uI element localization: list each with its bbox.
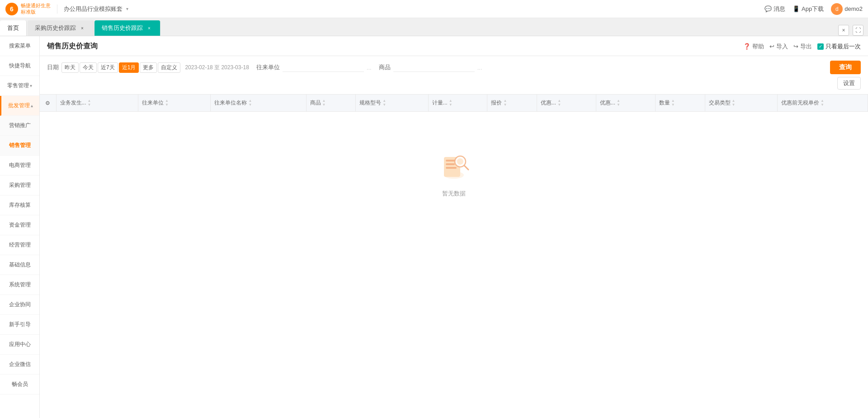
date-filter-label: 日期: [47, 63, 59, 71]
sidebar-item-purchase-mgmt-label: 采购管理: [9, 181, 31, 189]
tabbar: 首页 采购历史价跟踪 × 销售历史价跟踪 × × ⛶: [0, 18, 868, 36]
sidebar-item-operations-mgmt[interactable]: 经营管理: [0, 235, 39, 255]
date-btn-7days[interactable]: 近7天: [98, 62, 118, 73]
download-icon: 📱: [793, 5, 800, 12]
th-quote[interactable]: 报价 ▲ ▼: [487, 95, 537, 112]
sidebar-item-enterprise-coop[interactable]: 企业协同: [0, 295, 39, 315]
sidebar-item-inventory-check-label: 库存核算: [9, 201, 31, 209]
sidebar-item-quick-nav[interactable]: 快捷导航: [0, 56, 39, 76]
sidebar-item-retail-mgmt[interactable]: 零售管理 ▾: [0, 76, 39, 96]
sidebar-sub-marketing-promo[interactable]: 营销推广: [0, 116, 39, 136]
message-icon: 💬: [764, 5, 772, 12]
settings-row: 设置: [47, 77, 861, 90]
sidebar-item-enterprise-wechat-label: 企业微信: [9, 361, 31, 368]
tab-purchase-close[interactable]: ×: [79, 24, 86, 32]
export-action[interactable]: ↪ 导出: [793, 43, 812, 51]
th-quantity[interactable]: 数量 ▲ ▼: [655, 95, 705, 112]
help-label: 帮助: [752, 43, 764, 51]
app-title-dropdown[interactable]: ▾: [126, 6, 128, 11]
tab-close-all-button[interactable]: ×: [838, 25, 849, 36]
date-buttons: 昨天 今天 近7天 近1月 更多 自定义: [61, 62, 180, 73]
sidebar-item-purchase-mgmt[interactable]: 采购管理: [0, 176, 39, 195]
svg-rect-4: [446, 167, 457, 169]
tab-sales-close[interactable]: ×: [146, 24, 153, 32]
date-filter-group: 日期 昨天 今天 近7天 近1月 更多 自定义 2023-02-18 至 202…: [47, 62, 249, 73]
tab-controls: × ⛶: [838, 25, 868, 36]
query-button[interactable]: 查询: [830, 61, 861, 74]
table-head: ⚙ 业务发生... ▲ ▼: [40, 95, 868, 112]
tab-home-label: 首页: [7, 24, 19, 32]
message-action[interactable]: 💬 消息: [764, 5, 785, 13]
sidebar-sub-sales-mgmt-label: 销售管理: [9, 142, 31, 149]
product-filter-dots[interactable]: ...: [477, 64, 482, 71]
sidebar-item-operations-mgmt-label: 经营管理: [9, 241, 31, 249]
sidebar-item-enterprise-wechat[interactable]: 企业微信: [0, 355, 39, 375]
logo-icon: 6: [5, 3, 18, 15]
tab-sales-history[interactable]: 销售历史价跟踪 ×: [94, 20, 160, 36]
user-area[interactable]: d demo2: [831, 3, 863, 15]
product-filter-input[interactable]: [393, 63, 475, 72]
partner-filter-dots[interactable]: ...: [367, 64, 372, 71]
sidebar-item-member-club[interactable]: 畅会员: [0, 375, 39, 394]
app-title: 办公用品行业模拟账套: [64, 5, 123, 13]
sidebar-item-new-guide[interactable]: 新手引导: [0, 315, 39, 335]
topbar-left: 6 畅捷通好生意 标准版 办公用品行业模拟账套 ▾: [5, 3, 128, 15]
sidebar-sub-marketing-promo-label: 营销推广: [9, 122, 31, 129]
tab-fullscreen-button[interactable]: ⛶: [853, 25, 863, 36]
th-partner-name[interactable]: 往来单位名称 ▲ ▼: [211, 95, 306, 112]
table-container: ⚙ 业务发生... ▲ ▼: [40, 95, 868, 418]
tab-home[interactable]: 首页: [0, 20, 27, 36]
date-btn-yesterday[interactable]: 昨天: [61, 62, 79, 73]
tab-sales-label: 销售历史价跟踪: [102, 24, 143, 32]
sidebar-item-system-mgmt[interactable]: 系统管理: [0, 275, 39, 295]
empty-text: 暂无数据: [442, 190, 466, 198]
th-biz-date[interactable]: 业务发生... ▲ ▼: [56, 95, 138, 112]
sidebar-item-finance-mgmt[interactable]: 资金管理: [0, 215, 39, 235]
only-last-checkbox-group[interactable]: ✓ 只看最后一次: [817, 43, 861, 51]
partner-filter-input[interactable]: [283, 63, 364, 72]
main-layout: 搜索菜单 快捷导航 零售管理 ▾ 批发管理 ▴ 营销推广 销售管理 电商管理: [0, 36, 868, 418]
export-label: 导出: [800, 43, 812, 51]
filter-row: 日期 昨天 今天 近7天 近1月 更多 自定义 2023-02-18 至 202…: [47, 61, 861, 74]
sidebar-item-app-center[interactable]: 应用中心: [0, 335, 39, 355]
sidebar-item-wholesale-mgmt[interactable]: 批发管理 ▴: [0, 96, 39, 116]
sidebar-item-search-menu[interactable]: 搜索菜单: [0, 36, 39, 56]
only-last-checkbox[interactable]: ✓: [817, 43, 824, 50]
tab-purchase-history[interactable]: 采购历史价跟踪 ×: [28, 20, 94, 36]
sidebar-item-basic-info[interactable]: 基础信息: [0, 255, 39, 275]
sidebar-item-app-center-label: 应用中心: [9, 341, 31, 348]
filter-bar: 日期 昨天 今天 近7天 近1月 更多 自定义 2023-02-18 至 202…: [40, 56, 868, 95]
date-btn-more[interactable]: 更多: [140, 62, 157, 73]
sidebar-item-basic-info-label: 基础信息: [9, 261, 31, 269]
product-filter-label: 商品: [379, 63, 391, 71]
filter-buttons: 查询: [830, 61, 861, 74]
app-download-action[interactable]: 📱 App下载: [793, 5, 824, 13]
topbar: 6 畅捷通好生意 标准版 办公用品行业模拟账套 ▾ 💬 消息 📱 App下载 d…: [0, 0, 868, 18]
th-partner-id[interactable]: 往来单位 ▲ ▼: [138, 95, 211, 112]
date-btn-1month[interactable]: 近1月: [119, 62, 139, 73]
sidebar-item-quick-nav-label: 快捷导航: [9, 62, 31, 70]
th-pre-tax-price[interactable]: 优惠前无税单价 ▲ ▼: [778, 95, 868, 112]
logo-area: 6 畅捷通好生意 标准版: [5, 3, 51, 15]
export-icon: ↪: [793, 43, 798, 50]
settings-button[interactable]: 设置: [837, 77, 861, 90]
th-product[interactable]: 商品 ▲ ▼: [306, 95, 356, 112]
retail-mgmt-arrow: ▾: [30, 83, 32, 88]
th-discount2[interactable]: 优惠... ▲ ▼: [596, 95, 655, 112]
sidebar-item-inventory-check[interactable]: 库存核算: [0, 195, 39, 215]
import-action[interactable]: ↩ 导入: [769, 43, 788, 51]
page-actions: ❓ 帮助 ↩ 导入 ↪ 导出 ✓ 只看最后一次: [743, 43, 861, 51]
th-discount1[interactable]: 优惠... ▲ ▼: [537, 95, 596, 112]
help-action[interactable]: ❓ 帮助: [743, 43, 764, 51]
wholesale-mgmt-arrow: ▴: [31, 103, 33, 108]
sidebar-item-ecommerce-mgmt[interactable]: 电商管理: [0, 156, 39, 176]
date-btn-custom[interactable]: 自定义: [158, 62, 180, 73]
th-trade-type[interactable]: 交易类型 ▲ ▼: [705, 95, 777, 112]
th-settings[interactable]: ⚙: [40, 95, 56, 112]
th-spec[interactable]: 规格型号 ▲ ▼: [356, 95, 428, 112]
sidebar-sub-sales-mgmt[interactable]: 销售管理: [0, 136, 39, 156]
sidebar-item-wholesale-mgmt-label: 批发管理: [8, 102, 30, 109]
help-icon: ❓: [743, 43, 750, 50]
date-btn-today[interactable]: 今天: [80, 62, 97, 73]
th-unit[interactable]: 计量... ▲ ▼: [428, 95, 487, 112]
